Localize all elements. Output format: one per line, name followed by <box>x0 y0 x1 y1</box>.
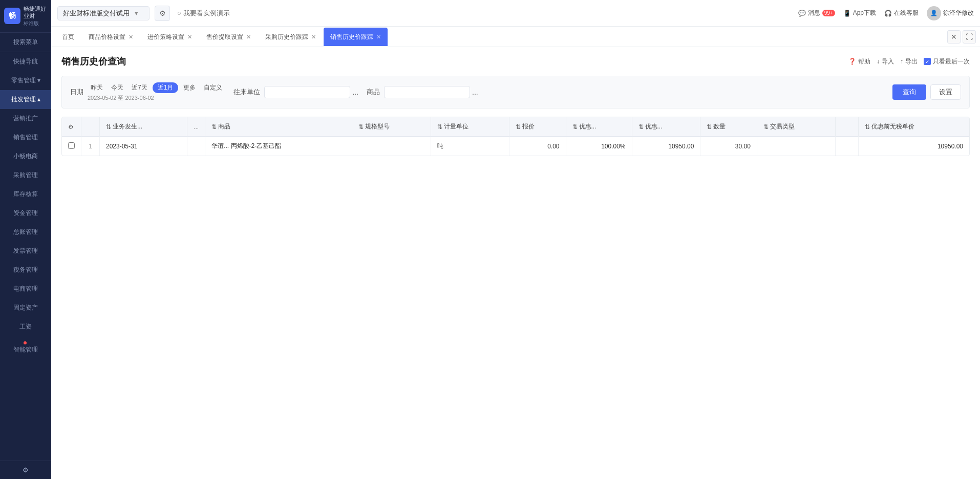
source-unit-input[interactable] <box>264 86 350 98</box>
source-unit-dots-button[interactable]: ... <box>352 88 358 96</box>
table-row: 1 2023-05-31 华谊... 丙烯酸-2-乙基己酯 吨 0.00 100… <box>62 137 969 156</box>
sidebar-item-payroll[interactable]: 工资 <box>0 317 51 336</box>
th-discount-amt[interactable]: ⇅ 优惠... <box>632 117 700 137</box>
tab-purchase-history-close-icon[interactable]: ✕ <box>311 34 316 40</box>
sidebar-item-fixed-assets[interactable]: 固定资产 <box>0 298 51 317</box>
export-button[interactable]: ↑ 导出 <box>900 57 918 66</box>
quick-nav-label: 快捷导航 <box>13 57 38 66</box>
more-icon: ... <box>194 123 199 130</box>
th-product-sort-icon: ⇅ <box>211 123 217 130</box>
logo-sub: 标准版 <box>24 20 47 27</box>
sidebar-item-marketing[interactable]: 营销推广 <box>0 109 51 128</box>
th-list-price[interactable]: ⇅ 报价 <box>509 117 566 137</box>
tab-purchase-strategy-close-icon[interactable]: ✕ <box>187 34 192 40</box>
td-pre-tax-price: 10950.00 <box>858 137 969 156</box>
tab-sale-extract-close-icon[interactable]: ✕ <box>246 34 251 40</box>
td-list-price: 0.00 <box>509 137 566 156</box>
date-btn-last7[interactable]: 近7天 <box>129 82 151 93</box>
demo-link[interactable]: ○ 我要看实例演示 <box>177 9 230 18</box>
source-unit-filter-group: 往来单位 ... <box>233 86 358 98</box>
topbar: 好业财标准版交付试用 ▾ ⚙ ○ 我要看实例演示 💬 消息 99+ 📱 App下… <box>51 0 980 27</box>
product-input[interactable] <box>384 86 470 98</box>
import-label: 导入 <box>882 57 894 66</box>
app-download-action[interactable]: 📱 App下载 <box>843 9 876 17</box>
sidebar-item-sales[interactable]: 销售管理 <box>0 128 51 147</box>
date-btn-last1m[interactable]: 近1月 <box>153 82 179 93</box>
th-product[interactable]: ⇅ 商品 <box>205 117 352 137</box>
th-spec[interactable]: ⇅ 规格型号 <box>352 117 431 137</box>
product-dots-button[interactable]: ... <box>472 88 478 96</box>
settings-gear-button[interactable]: ⚙ <box>155 6 170 21</box>
th-tx-type[interactable]: ⇅ 交易类型 <box>757 117 835 137</box>
sidebar-item-general-ledger[interactable]: 总账管理 <box>0 223 51 242</box>
date-btn-more[interactable]: 更多 <box>180 82 199 93</box>
message-action[interactable]: 💬 消息 99+ <box>798 9 835 17</box>
smart-dot <box>24 341 27 344</box>
sidebar-item-ecommerce-small[interactable]: 小畅电商 <box>0 147 51 166</box>
sidebar-item-tax[interactable]: 税务管理 <box>0 260 51 279</box>
user-profile[interactable]: 👤 徐泽华修改 <box>927 6 974 20</box>
th-more[interactable]: ... <box>187 117 205 137</box>
sidebar-item-purchase[interactable]: 采购管理 <box>0 166 51 185</box>
th-unit[interactable]: ⇅ 计量单位 <box>431 117 509 137</box>
th-pre-tax-price-sort-icon: ⇅ <box>865 123 870 130</box>
sidebar-item-inventory[interactable]: 库存核算 <box>0 185 51 204</box>
tab-sale-extract[interactable]: 售价提取设置 ✕ <box>200 28 258 46</box>
version-selector[interactable]: 好业财标准版交付试用 ▾ <box>57 6 150 20</box>
tab-price-close-icon[interactable]: ✕ <box>129 34 133 40</box>
import-button[interactable]: ↓ 导入 <box>877 57 894 66</box>
th-discount-amt-label: 优惠... <box>645 122 663 131</box>
date-btn-yesterday[interactable]: 昨天 <box>88 82 106 93</box>
tab-sale-history-close-icon[interactable]: ✕ <box>376 34 381 40</box>
tab-purchase-strategy[interactable]: 进价策略设置 ✕ <box>141 28 199 46</box>
logo-name: 畅捷通好业财 <box>24 5 47 20</box>
sidebar-item-invoice[interactable]: 发票管理 <box>0 242 51 260</box>
checkbox-icon: ✓ <box>924 58 931 65</box>
message-badge: 99+ <box>822 10 835 16</box>
date-btn-custom[interactable]: 自定义 <box>201 82 225 93</box>
source-unit-label: 往来单位 <box>233 88 260 97</box>
sidebar-item-wholesale[interactable]: 批发管理 ▴ <box>0 90 51 109</box>
retail-label: 零售管理 <box>11 76 36 85</box>
th-pre-tax-price[interactable]: ⇅ 优惠前无税单价 <box>858 117 969 137</box>
tab-purchase-strategy-label: 进价策略设置 <box>147 33 184 41</box>
th-qty[interactable]: ⇅ 数量 <box>700 117 757 137</box>
setting-button[interactable]: 设置 <box>930 84 961 100</box>
th-gear[interactable]: ⚙ <box>62 117 81 137</box>
main-area: 好业财标准版交付试用 ▾ ⚙ ○ 我要看实例演示 💬 消息 99+ 📱 App下… <box>51 0 980 479</box>
tab-home[interactable]: 首页 <box>55 28 81 46</box>
ecommerce-small-label: 小畅电商 <box>13 152 38 161</box>
sidebar-item-retail[interactable]: 零售管理 ▾ <box>0 71 51 90</box>
tab-price[interactable]: 商品价格设置 ✕ <box>82 28 140 46</box>
smart-label: 智能管理 <box>13 345 38 354</box>
sidebar-bottom-gear[interactable]: ⚙ <box>0 461 51 479</box>
sidebar-search[interactable]: 搜索菜单 <box>0 33 51 52</box>
tab-home-label: 首页 <box>62 33 74 41</box>
query-button[interactable]: 查询 <box>892 84 926 100</box>
sidebar-item-ecommerce[interactable]: 电商管理 <box>0 279 51 298</box>
date-label: 日期 <box>70 88 83 97</box>
sidebar-item-smart[interactable]: 智能管理 <box>0 336 51 359</box>
date-btn-today[interactable]: 今天 <box>108 82 126 93</box>
service-label: 在线客服 <box>894 9 919 17</box>
tab-close-all-button[interactable]: ✕ <box>947 30 961 43</box>
sidebar-item-quick-nav[interactable]: 快捷导航 <box>0 52 51 71</box>
th-unit-sort-icon: ⇅ <box>437 123 442 130</box>
td-checkbox[interactable] <box>62 137 81 156</box>
td-unit: 吨 <box>431 137 509 156</box>
last-only-checkbox[interactable]: ✓ 只看最后一次 <box>924 57 970 66</box>
customer-service-action[interactable]: 🎧 在线客服 <box>884 9 919 17</box>
date-buttons: 昨天 今天 近7天 近1月 更多 自定义 <box>88 82 225 93</box>
sidebar-item-finance[interactable]: 资金管理 <box>0 204 51 223</box>
tab-sale-history[interactable]: 销售历史价跟踪 ✕ <box>324 28 388 46</box>
th-discount-pct[interactable]: ⇅ 优惠... <box>566 117 632 137</box>
th-qty-sort-icon: ⇅ <box>707 123 712 130</box>
row-checkbox[interactable] <box>68 142 75 149</box>
tab-fullscreen-button[interactable]: ⛶ <box>963 30 976 43</box>
help-label: 帮助 <box>858 57 870 66</box>
th-product-label: 商品 <box>218 122 230 131</box>
th-biz-date[interactable]: ⇅ 业务发生... <box>100 117 187 137</box>
tab-purchase-history[interactable]: 采购历史价跟踪 ✕ <box>259 28 323 46</box>
td-product: 华谊... 丙烯酸-2-乙基己酯 <box>205 137 352 156</box>
help-button[interactable]: ❓ 帮助 <box>848 57 870 66</box>
